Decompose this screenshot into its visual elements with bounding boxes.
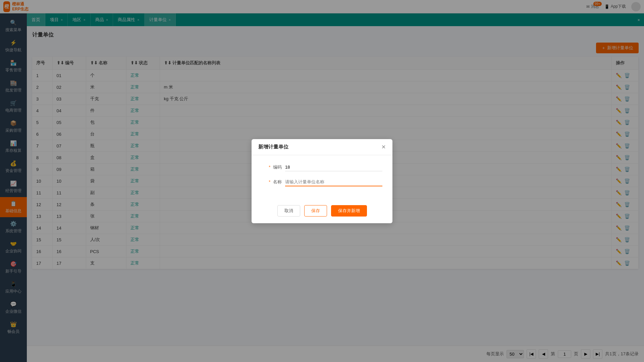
add-unit-modal: 新增计量单位 ✕ * 编码 * 名称 取消 保存 保存并新增 [252, 139, 392, 223]
code-label-text: 编码 [273, 165, 282, 170]
modal-overlay: 新增计量单位 ✕ * 编码 * 名称 取消 保存 保存并新增 [0, 0, 644, 362]
form-row-name: * 名称 [262, 178, 382, 186]
code-label: * 编码 [262, 164, 282, 170]
name-label-text: 名称 [273, 179, 282, 184]
save-and-new-button[interactable]: 保存并新增 [331, 205, 367, 217]
code-input[interactable] [285, 163, 382, 171]
code-required-mark: * [269, 165, 270, 170]
modal-title: 新增计量单位 [258, 144, 288, 150]
form-row-code: * 编码 [262, 163, 382, 171]
name-required-mark: * [269, 179, 270, 184]
save-button[interactable]: 保存 [304, 205, 327, 217]
modal-header: 新增计量单位 ✕ [252, 139, 392, 155]
modal-close-button[interactable]: ✕ [381, 144, 386, 150]
modal-footer: 取消 保存 保存并新增 [252, 201, 392, 223]
modal-body: * 编码 * 名称 [252, 155, 392, 201]
cancel-button[interactable]: 取消 [277, 205, 300, 217]
name-input[interactable] [285, 178, 382, 186]
name-label: * 名称 [262, 179, 282, 185]
